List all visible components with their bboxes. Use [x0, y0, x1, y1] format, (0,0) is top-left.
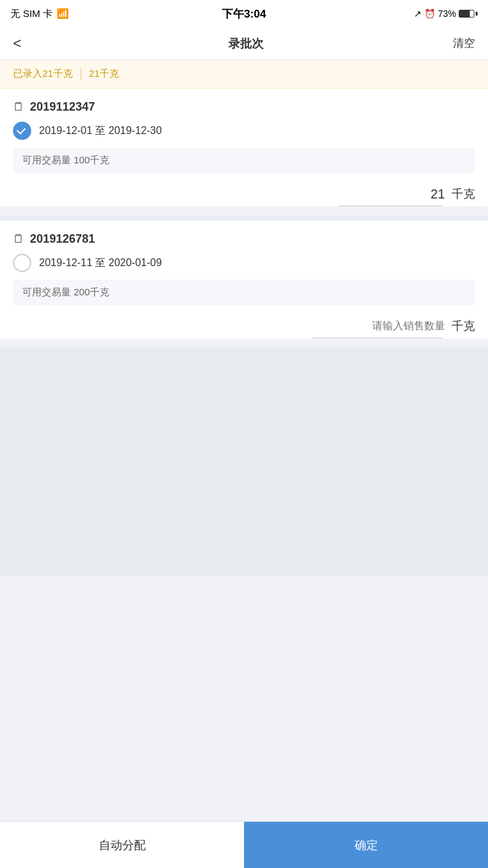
batch-date-1: 2019-12-01 至 2019-12-30	[39, 124, 162, 138]
nav-bar: < 录批次 清空	[0, 27, 488, 60]
batch-header-2: 🗒 2019126781	[0, 221, 488, 251]
status-left: 无 SIM 卡 📶	[10, 8, 69, 20]
batch-row-2: 2019-12-11 至 2020-01-09	[0, 251, 488, 277]
unit-label-1: 千克	[452, 186, 475, 202]
total-amount: 21千克	[89, 68, 120, 80]
batch-row-1: 2019-12-01 至 2019-12-30	[0, 119, 488, 145]
wifi-icon: 📶	[57, 8, 69, 20]
batch-id-1: 2019112347	[30, 100, 95, 114]
section-divider	[0, 215, 488, 221]
footer: 自动分配 确定	[0, 821, 488, 868]
info-divider	[81, 68, 81, 80]
recorded-amount: 已录入21千克	[13, 68, 73, 80]
battery-fill	[459, 10, 470, 17]
back-button[interactable]: <	[13, 35, 39, 52]
batch-date-2: 2019-12-11 至 2020-01-09	[39, 256, 162, 270]
main-content: 🗒 2019112347 2019-12-01 至 2019-12-30 可用交…	[0, 88, 488, 622]
status-bar: 无 SIM 卡 📶 下午3:04 ↗ ⏰ 73%	[0, 0, 488, 27]
quantity-input-2[interactable]	[328, 320, 445, 332]
radio-button-2[interactable]	[13, 254, 31, 272]
alarm-icon: ⏰	[424, 8, 435, 19]
confirm-button[interactable]: 确定	[244, 822, 488, 868]
input-underline-2	[312, 338, 442, 338]
batch-header-1: 🗒 2019112347	[0, 88, 488, 119]
page-title: 录批次	[228, 36, 264, 51]
batch-item-2: 🗒 2019126781 2019-12-11 至 2020-01-09 可用交…	[0, 221, 488, 338]
batch-doc-icon-2: 🗒	[13, 232, 25, 246]
carrier-text: 无 SIM 卡	[10, 8, 53, 20]
input-underline-1	[338, 206, 442, 206]
battery-text: 73%	[438, 8, 456, 19]
batch-doc-icon-1: 🗒	[13, 100, 25, 114]
unit-label-2: 千克	[452, 318, 475, 334]
batch-avail-2: 可用交易量 200千克	[13, 280, 475, 305]
clear-button[interactable]: 清空	[453, 36, 475, 51]
quantity-value-1: 21	[431, 187, 445, 202]
auto-distribute-button[interactable]: 自动分配	[0, 822, 244, 868]
battery-tip	[476, 12, 478, 16]
info-banner: 已录入21千克 21千克	[0, 60, 488, 88]
batch-item-1: 🗒 2019112347 2019-12-01 至 2019-12-30 可用交…	[0, 88, 488, 206]
battery-indicator	[459, 10, 478, 18]
quantity-container-2: 千克	[0, 313, 488, 334]
location-icon: ↗	[414, 8, 422, 19]
status-right: ↗ ⏰ 73%	[414, 8, 478, 19]
bottom-area	[0, 347, 488, 575]
batch-avail-1: 可用交易量 100千克	[13, 148, 475, 173]
batch-id-2: 2019126781	[30, 232, 95, 246]
status-time: 下午3:04	[222, 7, 266, 21]
radio-button-1[interactable]	[13, 122, 31, 140]
quantity-container-1: 21 千克	[0, 181, 488, 202]
battery-rect	[459, 10, 474, 18]
